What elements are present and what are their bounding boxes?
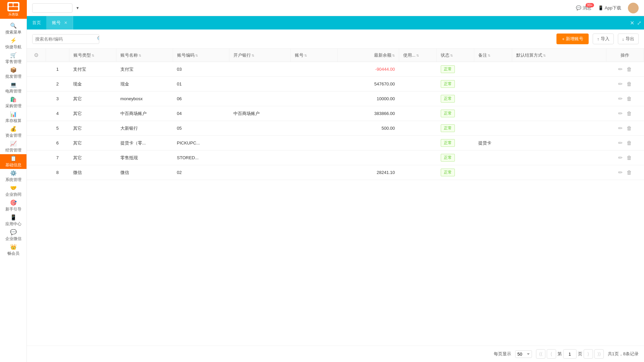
sidebar-item-retail[interactable]: 🛒零售管理 [0,51,26,66]
search-button[interactable]: 🔍 [94,36,99,42]
app-download-button[interactable]: 📱 App下载 [598,5,621,11]
delete-btn-4[interactable]: 🗑 [625,125,633,131]
sidebar-item-operation[interactable]: 📈经营管理 [0,139,26,154]
page-number-input[interactable] [563,349,577,359]
first-page-btn[interactable]: ⟨⟨ [536,349,545,359]
svg-rect-0 [9,3,13,6]
row-code-4: 05 [173,121,229,136]
edit-btn-2[interactable]: ✏ [617,96,624,102]
prev-page-btn[interactable]: ⟨ [547,349,556,359]
tab-close-btn[interactable]: ✕ [630,20,634,26]
sidebar-item-vip[interactable]: 👑畅会员 [0,243,26,257]
th-account[interactable]: 账号⇅ [290,49,337,62]
edit-btn-0[interactable]: ✏ [617,66,624,72]
svg-rect-1 [13,3,18,6]
row-bank-1 [229,77,291,92]
row-remark-5: 提货卡 [474,136,512,150]
delete-btn-1[interactable]: 🗑 [625,81,633,87]
edit-btn-4[interactable]: ✏ [617,125,624,131]
export-button[interactable]: ↓ 导出 [618,34,639,44]
search-input[interactable] [33,35,94,44]
tab-expand-btn[interactable]: ⤢ [637,20,641,26]
sidebar-label-appcenter: 应用中心 [5,221,21,227]
sidebar-item-ecommerce[interactable]: 💻电商管理 [0,80,26,95]
row-type-0: 支付宝 [69,62,116,77]
header-right: 💬 消息 99+ 📱 App下载 [576,3,639,13]
avatar[interactable] [628,3,639,13]
delete-btn-3[interactable]: 🗑 [625,111,633,117]
settings-icon[interactable]: ⚙ [34,52,39,58]
app-logo[interactable]: 乐惠版 [0,0,27,19]
tab-account-label: 账号 [52,20,61,26]
sidebar-label-guide: 新手引导 [5,206,21,212]
header-search-input[interactable] [32,3,72,13]
th-name[interactable]: 账号名称⇅ [116,49,173,62]
row-action-3: ✏ 🗑 [606,106,644,121]
tab-account-close[interactable]: ✕ [64,20,67,25]
table-row: 4 其它 中百商场账户 04 中百商场账户 383866.00 正常 ✏ 🗑 [27,106,644,121]
row-code-6: STORED... [173,150,229,165]
row-name-2: moneybosx [116,92,173,106]
row-seq-3: 4 [46,106,69,121]
next-page-btn[interactable]: ⟩ [584,349,593,359]
tab-home[interactable]: 首页 [27,16,47,29]
search-icon: 🔍 [10,22,17,29]
sidebar-item-appcenter[interactable]: 📱应用中心 [0,213,26,228]
delete-btn-7[interactable]: 🗑 [625,170,633,176]
row-use-5 [399,136,436,150]
add-account-button[interactable]: + 新增账号 [556,34,589,44]
row-default-2 [512,92,606,106]
th-bank[interactable]: 开户银行⇅ [229,49,291,62]
message-button[interactable]: 💬 消息 99+ [576,5,591,11]
export-icon: ↓ [622,37,625,42]
delete-btn-5[interactable]: 🗑 [625,140,633,146]
sidebar-item-inventory[interactable]: 📊库存核算 [0,110,26,125]
edit-btn-3[interactable]: ✏ [617,110,624,117]
th-status[interactable]: 状态⇅ [437,49,474,62]
row-type-4: 其它 [69,121,116,136]
sidebar-item-guide[interactable]: 🎯新手引导 [0,198,26,213]
sidebar-item-enterprise[interactable]: 🤝企业协同 [0,184,26,198]
import-button[interactable]: ↑ 导入 [593,34,614,44]
row-balance-0: -90444.00 [338,62,399,77]
tab-account[interactable]: 账号 ✕ [47,16,73,29]
edit-btn-6[interactable]: ✏ [617,155,624,161]
th-use[interactable]: 使用...⇅ [399,49,436,62]
delete-btn-6[interactable]: 🗑 [625,155,633,161]
sidebar-label-purchase: 采购管理 [5,103,21,109]
add-icon: + [562,37,565,42]
retail-icon: 🛒 [10,52,17,58]
tab-bar-actions: ✕ ⤢ [630,20,644,26]
th-gear[interactable]: ⚙ [27,49,46,62]
sidebar-label-system: 系统管理 [5,177,21,183]
table-row: 8 微信 微信 02 28241.10 正常 ✏ 🗑 [27,165,644,180]
row-seq-6: 7 [46,150,69,165]
sidebar-item-finance[interactable]: 💰资金管理 [0,125,26,139]
edit-btn-5[interactable]: ✏ [617,140,624,146]
header-left: ▾ [32,3,79,13]
sidebar-item-shortcut[interactable]: ⚡快捷导航 [0,36,26,51]
th-type[interactable]: 账号类型⇅ [69,49,116,62]
sidebar-item-purchase[interactable]: 🛍️采购管理 [0,95,26,110]
header-dropdown[interactable]: ▾ [76,5,79,10]
sidebar-item-search[interactable]: 🔍搜索菜单 [0,21,26,36]
delete-btn-2[interactable]: 🗑 [625,96,633,102]
row-balance-6 [338,150,399,165]
sidebar-item-wholesale[interactable]: 📦批发管理 [0,66,26,80]
last-page-btn[interactable]: ⟩⟩ [594,349,604,359]
edit-btn-7[interactable]: ✏ [617,169,624,176]
page-size-select[interactable]: 50 10 20 100 [515,350,532,358]
sidebar-item-basic[interactable]: 📋基础信息 [0,154,26,169]
row-seq-4: 5 [46,121,69,136]
th-code[interactable]: 账号编码⇅ [173,49,229,62]
sidebar-item-wechat[interactable]: 💬企业微信 [0,228,26,243]
th-balance[interactable]: 最新余额⇅ [338,49,399,62]
delete-btn-0[interactable]: 🗑 [625,66,633,72]
th-remark[interactable]: 备注⇅ [474,49,512,62]
th-default-pay[interactable]: 默认结算方式⇅ [512,49,606,62]
edit-btn-1[interactable]: ✏ [617,81,624,87]
guide-icon: 🎯 [10,199,17,206]
row-use-4 [399,121,436,136]
row-type-5: 其它 [69,136,116,150]
sidebar-item-system[interactable]: ⚙️系统管理 [0,169,26,184]
